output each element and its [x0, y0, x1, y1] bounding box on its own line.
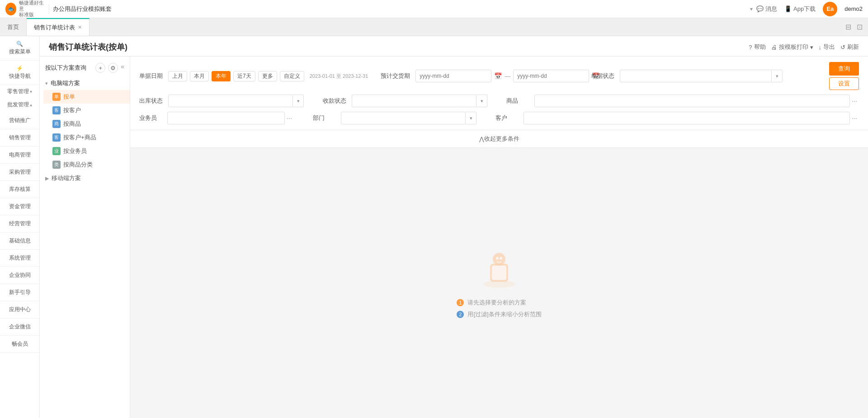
main-panel: 单据日期 上月 本月 本年 近7天 更多 自定义 2023-01-01 至 20…: [130, 57, 868, 418]
empty-tip-1: 1 请先选择要分析的方案: [457, 299, 541, 307]
collapse-icon: ⋀: [479, 136, 484, 142]
delivery-status-label: 出库状态: [139, 97, 163, 105]
tab-sales-order[interactable]: 销售订单统计表 ✕: [27, 18, 90, 36]
tab-minimize-icon[interactable]: ⊟: [845, 23, 851, 31]
scheme-item-by-customer-goods[interactable]: 客 按客户+商品: [43, 131, 130, 144]
sidebar-item-marketing[interactable]: 营销推广: [0, 111, 39, 129]
app-title-dropdown[interactable]: ▾: [750, 6, 753, 12]
dept-arrow[interactable]: ▾: [466, 112, 476, 124]
add-scheme-btn[interactable]: +: [95, 63, 105, 73]
date-range-display: 2023-01-01 至 2023-12-31: [310, 73, 368, 80]
dept-group: ▾: [341, 112, 476, 124]
collapse-bar[interactable]: ⋀ 收起更多条件: [130, 130, 868, 148]
customer-input[interactable]: [524, 112, 850, 124]
avatar[interactable]: Ea: [823, 2, 837, 16]
customer-more-icon[interactable]: ···: [850, 114, 859, 122]
date-btn-this-year[interactable]: 本年: [212, 71, 231, 81]
app-download-btn[interactable]: 📱 App下载: [784, 5, 816, 13]
main-layout: 🔍 搜索菜单 ⚡ 快捷导航 零售管理 ▾ 批发管理 ▴ 营销推广 销售管理 电商…: [0, 36, 868, 418]
tab-maximize-icon[interactable]: ⊡: [857, 23, 863, 31]
salesperson-more-icon[interactable]: ···: [285, 114, 294, 122]
sidebar-item-basic[interactable]: 基础信息: [0, 233, 39, 250]
filter-row-2: 出库状态 ▾ 收款状态 ▾ 商品 ···: [139, 95, 859, 107]
svg-point-4: [496, 257, 499, 260]
tree-parent-mobile[interactable]: ▶ 移动端方案: [40, 171, 130, 185]
sidebar-item-apps[interactable]: 应用中心: [0, 301, 39, 318]
delivery-date-start[interactable]: [415, 70, 491, 82]
svg-rect-2: [492, 266, 506, 280]
sidebar-item-ecommerce[interactable]: 电商管理: [0, 147, 39, 164]
left-panel-header: 按以下方案查询 + ⚙ «: [40, 61, 130, 76]
goods-more-icon[interactable]: ···: [850, 97, 859, 104]
tree-parent-pc[interactable]: ▾ 电脑端方案: [40, 76, 130, 90]
scheme-icon-customer: 客: [52, 106, 61, 114]
delivery-date-end[interactable]: [513, 70, 589, 82]
export-btn[interactable]: ↓ 导出: [819, 43, 835, 51]
date-btn-7days[interactable]: 近7天: [233, 71, 255, 81]
sidebar-item-newbie[interactable]: 新手引导: [0, 284, 39, 301]
sidebar-item-inventory[interactable]: 库存核算: [0, 181, 39, 198]
collapse-panel-btn[interactable]: «: [121, 63, 124, 73]
sidebar-item-corp[interactable]: 企业协同: [0, 267, 39, 284]
refresh-btn[interactable]: ↺ 刷新: [840, 43, 859, 51]
delivery-status-select[interactable]: [168, 95, 293, 107]
tip-num-2: 2: [457, 311, 464, 318]
sidebar-item-wholesale[interactable]: 批发管理 ▴: [0, 98, 39, 111]
date-btn-last-month[interactable]: 上月: [168, 71, 187, 81]
left-panel-title: 按以下方案查询: [45, 64, 86, 72]
tab-home-label: 首页: [7, 23, 19, 31]
status-label: 单据状态: [591, 72, 614, 80]
setting-button[interactable]: 设置: [829, 77, 859, 90]
scheme-item-by-order[interactable]: 单 按单: [43, 90, 130, 104]
print-btn[interactable]: 🖨 按模板打印 ▾: [771, 43, 813, 51]
scheme-item-by-goods[interactable]: 商 按商品: [43, 117, 130, 131]
dept-label: 部门: [313, 114, 335, 122]
scheme-item-by-salesperson[interactable]: 业 按业务员: [43, 144, 130, 158]
empty-state: 1 请先选择要分析的方案 2 用[过滤]条件来缩小分析范围: [130, 148, 868, 418]
salesperson-input[interactable]: [167, 112, 285, 124]
scheme-icon-order: 单: [52, 93, 61, 101]
help-btn[interactable]: ? 帮助: [749, 43, 765, 51]
customer-label: 客户: [495, 114, 518, 122]
sidebar-item-sales[interactable]: 销售管理: [0, 129, 39, 147]
settings-scheme-btn[interactable]: ⚙: [108, 63, 118, 73]
scheme-item-by-customer[interactable]: 客 按客户: [43, 104, 130, 117]
svg-point-5: [500, 257, 502, 260]
tab-home[interactable]: 首页: [0, 18, 27, 36]
delivery-date-group: 📅 — 📅: [415, 70, 578, 82]
delivery-status-arrow[interactable]: ▾: [293, 95, 304, 107]
collapse-label: 收起更多条件: [484, 135, 519, 143]
date-btn-custom[interactable]: 自定义: [280, 71, 304, 81]
sidebar-item-purchase[interactable]: 采购管理: [0, 164, 39, 181]
sidebar-item-system[interactable]: 系统管理: [0, 250, 39, 267]
quicknav-icon: ⚡: [16, 65, 23, 71]
receipt-status-arrow[interactable]: ▾: [476, 95, 487, 107]
mobile-arrow-icon: ▶: [45, 176, 49, 181]
status-select[interactable]: [620, 70, 772, 82]
tab-close-icon[interactable]: ✕: [78, 24, 82, 30]
date-btn-this-month[interactable]: 本月: [190, 71, 209, 81]
sidebar-item-quicknav[interactable]: ⚡ 快捷导航: [0, 61, 39, 85]
calendar-icon-start[interactable]: 📅: [494, 72, 502, 80]
receipt-status-group: ▾: [352, 95, 487, 107]
message-btn[interactable]: 💬 消息: [756, 5, 777, 13]
tree-arrow-icon: ▾: [45, 81, 48, 86]
app-title: 办公用品行业模拟账套: [53, 5, 746, 13]
scheme-item-by-category[interactable]: 类 按商品分类: [43, 158, 130, 171]
sidebar-item-operations[interactable]: 经营管理: [0, 215, 39, 233]
status-select-arrow[interactable]: ▾: [772, 70, 783, 82]
date-btn-more[interactable]: 更多: [258, 71, 277, 81]
query-button[interactable]: 查询: [829, 62, 859, 76]
sidebar-item-finance[interactable]: 资金管理: [0, 198, 39, 215]
top-right-actions: 💬 消息 📱 App下载 Ea demo2: [756, 2, 863, 16]
salesperson-label: 业务员: [139, 114, 162, 122]
goods-input[interactable]: [534, 95, 850, 107]
receipt-status-select[interactable]: [352, 95, 476, 107]
sidebar-item-search[interactable]: 🔍 搜索菜单: [0, 36, 39, 61]
scheme-label-sp: 按业务员: [63, 147, 87, 155]
tip-text-2: 用[过滤]条件来缩小分析范围: [467, 310, 541, 318]
sidebar-item-wechat[interactable]: 企业微信: [0, 318, 39, 336]
sidebar-item-member[interactable]: 畅会员: [0, 336, 39, 353]
dept-select[interactable]: [341, 112, 466, 124]
sidebar-item-retail[interactable]: 零售管理 ▾: [0, 85, 39, 98]
